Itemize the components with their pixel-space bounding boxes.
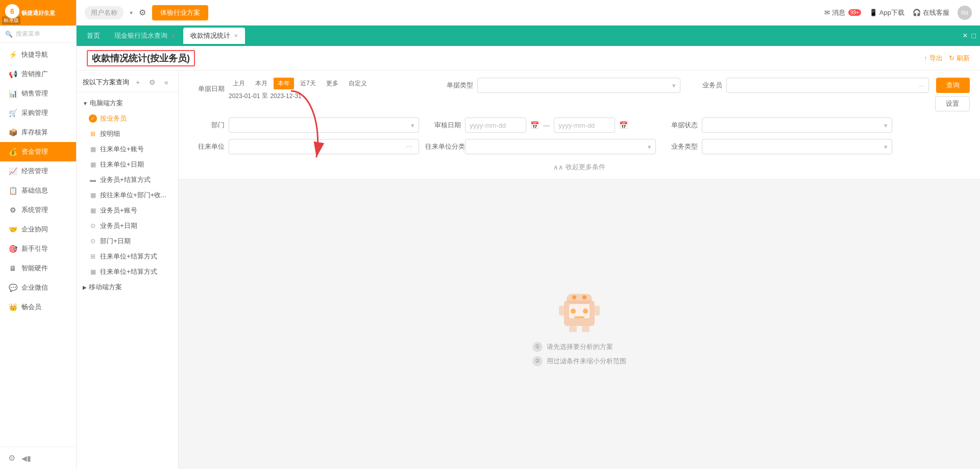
- tab-bank-flow-close[interactable]: ×: [172, 32, 175, 39]
- sidebar-item-newbie[interactable]: 🎯 新手引导: [0, 239, 76, 259]
- tree-item-label: 业务员+结算方式: [100, 175, 151, 184]
- tree-item-partner-payment1[interactable]: ⊞ 往来单位+结算方式: [77, 249, 178, 264]
- left-panel-title: 按以下方案查询: [83, 78, 129, 87]
- doc-status-select[interactable]: ▾: [702, 118, 892, 133]
- sidebar-item-label: 库存核算: [21, 128, 48, 137]
- tab-bank-flow-label: 现金银行流水查询: [114, 31, 167, 40]
- tree-item-partner-payment2[interactable]: ▦ 往来单位+结算方式: [77, 264, 178, 279]
- tab-home[interactable]: 首页: [81, 28, 106, 44]
- audit-date-to[interactable]: [554, 118, 615, 133]
- tree-item-dept-date[interactable]: ⊙ 部门+日期: [77, 233, 178, 249]
- collapse-panel-button[interactable]: «: [161, 77, 172, 88]
- tree-item-partner-date[interactable]: ▦ 往来单位+日期: [77, 157, 178, 172]
- sidebar-item-finance[interactable]: 💰 资金管理: [0, 142, 76, 161]
- audit-date-dash: —: [543, 122, 550, 129]
- export-button[interactable]: ↑ 导出: [924, 54, 943, 63]
- logo-icon: 6: [5, 4, 19, 18]
- audit-date-from-calendar[interactable]: 📅: [530, 121, 539, 129]
- tree-item-salesperson-date[interactable]: ⊙ 业务员+日期: [77, 218, 178, 233]
- sidebar-item-operation[interactable]: 📈 经营管理: [0, 161, 76, 181]
- date-tab-custom[interactable]: 自定义: [345, 78, 371, 89]
- sidebar-item-marketing[interactable]: 📢 营销推广: [0, 64, 76, 84]
- sidebar-item-purchase[interactable]: 🛒 采购管理: [0, 103, 76, 123]
- sidebar-item-wechat[interactable]: 💬 企业微信: [0, 278, 76, 297]
- empty-state: ① 请先选择要分析的方案 ② 用过滤条件来缩小分析范围: [179, 179, 980, 469]
- sidebar-item-member[interactable]: 👑 畅会员: [0, 297, 76, 317]
- sidebar-nav: ⚡ 快捷导航 📢 营销推广 📊 销售管理 🛒 采购管理 📦 库存核算 💰 资金管…: [0, 43, 76, 447]
- tree-item-by-salesperson[interactable]: ✓ 按业务员: [77, 111, 178, 126]
- sidebar-item-label: 畅会员: [21, 302, 41, 312]
- svg-rect-6: [595, 306, 600, 316]
- tree-item-label: 按明细: [100, 129, 120, 138]
- user-avatar[interactable]: Rit: [958, 6, 972, 20]
- sidebar-item-basic-info[interactable]: 📋 基础信息: [0, 181, 76, 200]
- window-close-button[interactable]: ×: [963, 31, 967, 40]
- date-tab-more[interactable]: 更多: [322, 78, 342, 89]
- collapse-chevron-icon: ∧∧: [553, 163, 564, 171]
- tab-collection-stats[interactable]: 收款情况统计 ×: [183, 28, 245, 44]
- sidebar-item-label: 快捷导航: [21, 50, 48, 59]
- sidebar-item-inventory[interactable]: 📦 库存核算: [0, 123, 76, 142]
- query-button[interactable]: 查询: [936, 78, 970, 93]
- tree-item-label: 按往来单位+部门+收...: [100, 191, 166, 200]
- export-icon: ↑: [924, 54, 928, 62]
- header-dropdown-icon[interactable]: ▾: [130, 9, 133, 16]
- doc-status-label: 单据状态: [662, 121, 698, 130]
- tree-item-salesperson-payment[interactable]: ▬ 业务员+结算方式: [77, 172, 178, 187]
- settings-button[interactable]: 设置: [935, 96, 970, 111]
- refresh-button[interactable]: ↻ 刷新: [949, 54, 970, 63]
- date-tab-last-month[interactable]: 上月: [229, 78, 249, 89]
- empty-step-2: ② 用过滤条件来缩小分析范围: [532, 356, 626, 366]
- sidebar-item-smart-hw[interactable]: 🖥 智能硬件: [0, 259, 76, 278]
- download-icon: 📱: [869, 9, 877, 16]
- search-label: 搜索菜单: [16, 30, 40, 38]
- tree-item-partner-dept[interactable]: ▦ 按往来单位+部门+收...: [77, 187, 178, 203]
- dept-select[interactable]: ▾: [229, 118, 419, 133]
- scheme-settings-button[interactable]: ⚙: [146, 77, 158, 88]
- messages-button[interactable]: ✉ 消息 99+: [824, 8, 861, 17]
- business-type-select[interactable]: ▾: [702, 139, 892, 154]
- sidebar-item-system[interactable]: ⚙ 系统管理: [0, 200, 76, 220]
- collapse-more-button[interactable]: ∧∧ 收起更多条件: [553, 162, 605, 172]
- sidebar-item-label: 营销推广: [21, 69, 48, 79]
- salesperson-select[interactable]: ···: [726, 78, 929, 93]
- sidebar-item-label: 基础信息: [21, 186, 48, 195]
- sidebar-settings-icon[interactable]: ⚙: [8, 453, 15, 463]
- partner-category-select[interactable]: ▾: [465, 139, 655, 154]
- doc-type-select[interactable]: ▾: [477, 78, 680, 93]
- sidebar-search[interactable]: 🔍 搜索菜单: [0, 26, 76, 43]
- partner-select[interactable]: ···: [229, 139, 419, 154]
- tree-item-partner-account[interactable]: ▦ 往来单位+账号: [77, 142, 178, 157]
- add-scheme-button[interactable]: +: [132, 77, 143, 88]
- tree-item-salesperson-account[interactable]: ▦ 业务员+账号: [77, 203, 178, 218]
- desktop-group-header[interactable]: ▼ 电脑端方案: [77, 96, 178, 111]
- audit-date-from[interactable]: [465, 118, 526, 133]
- mobile-group-header[interactable]: ▶ 移动端方案: [77, 279, 178, 295]
- sidebar-item-enterprise[interactable]: 🤝 企业协同: [0, 220, 76, 239]
- trial-button[interactable]: 体验行业方案: [152, 5, 208, 20]
- sidebar-item-quick-nav[interactable]: ⚡ 快捷导航: [0, 45, 76, 64]
- svg-point-2: [571, 309, 576, 314]
- online-service-button[interactable]: 🎧 在线客服: [913, 8, 949, 17]
- tab-bank-flow[interactable]: 现金银行流水查询 ×: [107, 28, 182, 44]
- desktop-group-label: 电脑端方案: [90, 99, 123, 108]
- header-gear-icon[interactable]: ⚙: [139, 8, 146, 17]
- tree-item-label: 业务员+账号: [100, 206, 137, 215]
- tree-item-by-detail[interactable]: ⊞ 按明细: [77, 126, 178, 142]
- filter-area: 单据日期 上月 本月 本年 近7天 更多 自定义 2023-: [179, 71, 980, 179]
- audit-date-label: 审核日期: [425, 121, 461, 130]
- date-tab-this-month[interactable]: 本月: [251, 78, 272, 89]
- app-logo: 畅捷通好生意 标准版 6: [0, 0, 76, 26]
- sidebar-collapse-icon[interactable]: ◀▮: [21, 454, 31, 462]
- date-tab-7days[interactable]: 近7天: [296, 78, 320, 89]
- audit-date-to-calendar[interactable]: 📅: [619, 121, 628, 129]
- doc-type-label: 单据类型: [437, 81, 473, 90]
- date-tab-this-year[interactable]: 本年: [274, 78, 294, 89]
- app-download-button[interactable]: 📱 App下载: [869, 8, 904, 17]
- partner-dots[interactable]: ···: [406, 142, 412, 151]
- left-panel: 按以下方案查询 + ⚙ « ▼ 电脑端方案 ✓ 按业务员 ⊞ 按明细: [77, 71, 179, 469]
- page-title: 收款情况统计(按业务员): [87, 50, 195, 66]
- sidebar-item-sales[interactable]: 📊 销售管理: [0, 84, 76, 103]
- tab-collection-stats-close[interactable]: ×: [234, 32, 238, 39]
- window-maximize-button[interactable]: □: [972, 32, 976, 40]
